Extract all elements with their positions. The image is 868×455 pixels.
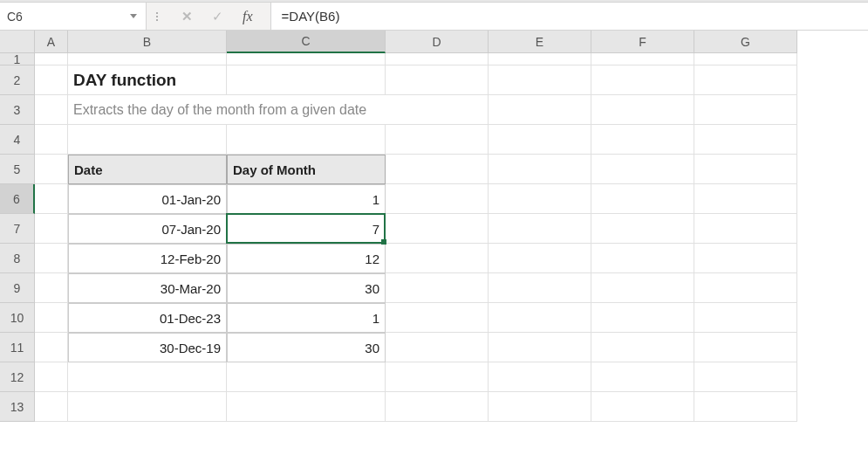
cell-E7[interactable] xyxy=(489,214,591,244)
cell-A5[interactable] xyxy=(35,155,68,184)
cell-D3[interactable] xyxy=(386,95,489,125)
cell-E4[interactable] xyxy=(489,125,591,155)
row-header-6[interactable]: 6 xyxy=(0,184,35,214)
col-header-E[interactable]: E xyxy=(489,31,591,53)
cell-E3[interactable] xyxy=(489,95,591,125)
cell-C8[interactable]: 12 xyxy=(227,244,386,273)
cell-G8[interactable] xyxy=(694,244,797,273)
col-header-F[interactable]: F xyxy=(591,31,694,53)
cell-F5[interactable] xyxy=(591,155,694,184)
formula-input[interactable] xyxy=(270,3,868,30)
cell-D1[interactable] xyxy=(386,53,489,65)
cell-D12[interactable] xyxy=(386,362,489,392)
cell-B7[interactable]: 07-Jan-20 xyxy=(68,214,227,244)
cell-D11[interactable] xyxy=(386,333,489,362)
cell-C13[interactable] xyxy=(227,392,386,422)
row-header-8[interactable]: 8 xyxy=(0,244,35,273)
col-header-G[interactable]: G xyxy=(694,31,797,53)
fx-icon[interactable]: fx xyxy=(243,9,253,24)
col-header-C[interactable]: C xyxy=(227,31,386,53)
cell-F10[interactable] xyxy=(591,303,694,333)
cell-C2[interactable] xyxy=(227,65,386,95)
cell-A11[interactable] xyxy=(35,333,68,362)
cell-G4[interactable] xyxy=(694,125,797,155)
cell-G2[interactable] xyxy=(694,65,797,95)
cancel-icon[interactable]: ✕ xyxy=(181,9,193,24)
row-header-10[interactable]: 10 xyxy=(0,303,35,333)
cell-A7[interactable] xyxy=(35,214,68,244)
select-all-corner[interactable] xyxy=(0,31,35,53)
cell-D6[interactable] xyxy=(386,184,489,214)
cell-A6[interactable] xyxy=(35,184,68,214)
cell-B9[interactable]: 30-Mar-20 xyxy=(68,273,227,303)
cell-B12[interactable] xyxy=(68,362,227,392)
enter-icon[interactable]: ✓ xyxy=(212,9,223,24)
cell-E2[interactable] xyxy=(489,65,591,95)
row-header-9[interactable]: 9 xyxy=(0,273,35,303)
cell-E13[interactable] xyxy=(489,392,591,422)
cell-G5[interactable] xyxy=(694,155,797,184)
cell-F8[interactable] xyxy=(591,244,694,273)
cell-C6[interactable]: 1 xyxy=(227,184,386,214)
page-subtitle[interactable]: Extracts the day of the month from a giv… xyxy=(68,95,386,125)
cell-F2[interactable] xyxy=(591,65,694,95)
row-header-5[interactable]: 5 xyxy=(0,155,35,184)
cell-E10[interactable] xyxy=(489,303,591,333)
cell-A12[interactable] xyxy=(35,362,68,392)
cell-B11[interactable]: 30-Dec-19 xyxy=(68,333,227,362)
cell-F11[interactable] xyxy=(591,333,694,362)
cell-C4[interactable] xyxy=(227,125,386,155)
row-header-1[interactable]: 1 xyxy=(0,53,35,65)
cell-A13[interactable] xyxy=(35,392,68,422)
cell-C7[interactable]: 7 xyxy=(227,214,386,244)
cell-D9[interactable] xyxy=(386,273,489,303)
cell-G13[interactable] xyxy=(694,392,797,422)
page-title[interactable]: DAY function xyxy=(68,65,227,95)
cell-E8[interactable] xyxy=(489,244,591,273)
cell-B6[interactable]: 01-Jan-20 xyxy=(68,184,227,214)
cell-F4[interactable] xyxy=(591,125,694,155)
cell-D5[interactable] xyxy=(386,155,489,184)
cell-grid[interactable]: DAY function Extracts the day of the mon… xyxy=(35,53,797,422)
cell-E9[interactable] xyxy=(489,273,591,303)
cell-G10[interactable] xyxy=(694,303,797,333)
cell-E6[interactable] xyxy=(489,184,591,214)
col-header-D[interactable]: D xyxy=(386,31,489,53)
cell-E12[interactable] xyxy=(489,362,591,392)
row-header-4[interactable]: 4 xyxy=(0,125,35,155)
cell-G9[interactable] xyxy=(694,273,797,303)
name-box-container[interactable] xyxy=(0,3,147,30)
cell-G6[interactable] xyxy=(694,184,797,214)
cell-D7[interactable] xyxy=(386,214,489,244)
cell-C1[interactable] xyxy=(227,53,386,65)
row-header-3[interactable]: 3 xyxy=(0,95,35,125)
cell-C10[interactable]: 1 xyxy=(227,303,386,333)
cell-A10[interactable] xyxy=(35,303,68,333)
table-header-day[interactable]: Day of Month xyxy=(227,155,386,184)
cell-A8[interactable] xyxy=(35,244,68,273)
cell-E11[interactable] xyxy=(489,333,591,362)
cell-D8[interactable] xyxy=(386,244,489,273)
row-header-2[interactable]: 2 xyxy=(0,65,35,95)
table-header-date[interactable]: Date xyxy=(68,155,227,184)
cell-B4[interactable] xyxy=(68,125,227,155)
col-header-B[interactable]: B xyxy=(68,31,227,53)
cell-F6[interactable] xyxy=(591,184,694,214)
row-header-11[interactable]: 11 xyxy=(0,333,35,362)
cell-F1[interactable] xyxy=(591,53,694,65)
cell-C11[interactable]: 30 xyxy=(227,333,386,362)
cell-F9[interactable] xyxy=(591,273,694,303)
cell-A3[interactable] xyxy=(35,95,68,125)
cell-B1[interactable] xyxy=(68,53,227,65)
cell-F13[interactable] xyxy=(591,392,694,422)
cell-D2[interactable] xyxy=(386,65,489,95)
row-header-13[interactable]: 13 xyxy=(0,392,35,422)
cell-B13[interactable] xyxy=(68,392,227,422)
name-box[interactable] xyxy=(7,10,139,24)
cell-C12[interactable] xyxy=(227,362,386,392)
cell-E1[interactable] xyxy=(489,53,591,65)
cell-D4[interactable] xyxy=(386,125,489,155)
col-header-A[interactable]: A xyxy=(35,31,68,53)
cell-D10[interactable] xyxy=(386,303,489,333)
cell-A2[interactable] xyxy=(35,65,68,95)
